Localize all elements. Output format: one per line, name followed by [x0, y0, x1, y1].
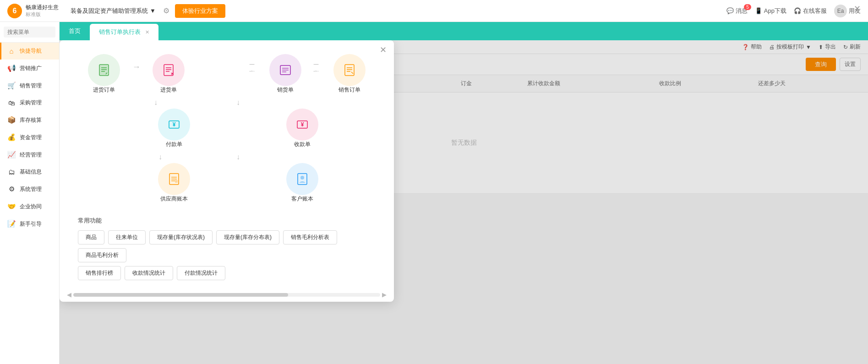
sidebar-item-finance[interactable]: 💰 资金管理 [0, 129, 59, 146]
newbie-icon: 📝 [7, 220, 16, 228]
func-btn-stock-status[interactable]: 现存量(库存状况表) [149, 230, 213, 244]
tab-sales-order-exec[interactable]: 销售订单执行表 ✕ [90, 24, 158, 40]
online-service-item[interactable]: 🎧 在线客服 [794, 7, 827, 15]
tab-close-icon[interactable]: ✕ [145, 29, 149, 35]
down-arrow-receipt: ↓ [206, 98, 270, 107]
sidebar-item-sys-mgmt[interactable]: ⚙ 系统管理 [0, 180, 59, 198]
flow-col-sales-order: 销售订单 [323, 54, 376, 94]
main-area: ⌂ 快捷导航 📢 营销推广 🛒 销售管理 🛍 采购管理 📦 库存核算 💰 [0, 22, 868, 364]
dropdown-icon: ▼ [150, 7, 156, 14]
sidebar-label-base-info: 基础信息 [20, 168, 42, 176]
tab-bar: 首页 销售订单执行表 ✕ ✕ [60, 22, 868, 40]
arrow-1: → [131, 62, 142, 72]
modal-close-button[interactable]: ✕ [380, 45, 387, 55]
payment-bill-icon: ¥ [158, 109, 190, 141]
common-functions-area: 常用功能 商品 往来单位 现存量(库存状况表) 现存量(库存分布表) 销售毛利分… [60, 217, 394, 289]
payment-bill-label: 付款单 [166, 141, 182, 148]
settings-button[interactable]: ⚙ [163, 6, 169, 15]
tab-home-label: 首页 [69, 27, 81, 35]
sidebar-label-enterprise: 企业协同 [20, 203, 42, 211]
logo-area: 6 畅康通好生意 标准版 [7, 4, 67, 18]
sidebar-label-marketing: 营销推广 [20, 65, 42, 72]
sidebar-item-marketing[interactable]: 📢 营销推广 [0, 60, 59, 77]
sidebar-item-sales[interactable]: 🛒 销售管理 [0, 77, 59, 94]
scroll-right-arrow[interactable]: ▶ [382, 291, 387, 298]
scrollbar-track[interactable] [73, 293, 380, 297]
sidebar-search-area [0, 22, 59, 43]
down-arrows-row-2: ↓ ↓ [78, 153, 376, 161]
top-right-area: 💬 消息 5 📱 App下载 🎧 在线客服 Ea 用友 [726, 5, 861, 17]
func-btn-goods[interactable]: 商品 [78, 230, 104, 244]
sidebar-item-purchase[interactable]: 🛍 采购管理 [0, 94, 59, 111]
sys-mgmt-icon: ⚙ [7, 185, 16, 193]
system-title-dropdown[interactable]: 装备及固定资产辅助管理系统 ▼ [71, 7, 156, 15]
svg-text:¥: ¥ [173, 121, 176, 128]
brand-line1: 畅康通好生意 [26, 4, 59, 11]
flow-col-purchase-bill: 进货单 [142, 54, 195, 94]
sidebar: ⌂ 快捷导航 📢 营销推广 🛒 销售管理 🛍 采购管理 📦 库存核算 💰 [0, 22, 60, 364]
purchase-icon: 🛍 [7, 99, 16, 107]
arrow-dashed-2: - - - - - -← [311, 60, 323, 74]
service-icon: 🎧 [794, 7, 801, 14]
down-arrow-payment: ↓ [142, 98, 169, 107]
func-btn-receipt-stat[interactable]: 收款情况统计 [125, 266, 173, 280]
sales-bill-icon [269, 54, 301, 86]
func-btn-sales-profit[interactable]: 销售毛利分析表 [283, 230, 337, 244]
receipt-bill-icon: ¥ [286, 109, 318, 141]
function-buttons: 商品 往来单位 现存量(库存状况表) 现存量(库存分布表) 销售毛利分析表 商品… [78, 230, 376, 262]
flow-col-purchase-order: 进货订单 [78, 54, 131, 94]
base-info-icon: 🗂 [7, 168, 16, 176]
trial-button[interactable]: 体验行业方案 [175, 4, 225, 18]
sidebar-item-quick-nav[interactable]: ⌂ 快捷导航 [0, 43, 59, 60]
online-service-label: 在线客服 [803, 7, 827, 15]
flow-col-customer-ledger: 客户账本 [270, 163, 334, 203]
modal-overlay: ✕ [60, 40, 868, 364]
sidebar-label-operations: 经营管理 [20, 151, 42, 159]
func-btn-payment-stat[interactable]: 付款情况统计 [177, 266, 225, 280]
flow-col-supplier-ledger: 供应商账本 [142, 163, 206, 203]
inventory-icon: 📦 [7, 116, 16, 124]
customer-ledger-icon [286, 163, 318, 195]
func-btn-contacts[interactable]: 往来单位 [108, 230, 146, 244]
finance-icon: 💰 [7, 133, 16, 141]
sidebar-label-finance: 资金管理 [20, 134, 42, 141]
function-buttons-row2: 销售排行榜 收款情况统计 付款情况统计 [78, 266, 376, 280]
operations-icon: 📈 [7, 151, 16, 159]
message-badge: 5 [744, 4, 751, 10]
arrow-dashed: - - - - - -← [247, 60, 259, 74]
sidebar-item-base-info[interactable]: 🗂 基础信息 [0, 163, 59, 180]
svg-rect-12 [345, 65, 354, 76]
sales-icon: 🛒 [7, 81, 16, 90]
content-area: 首页 销售订单执行表 ✕ ✕ ❓ 帮助 🖨 按 [60, 22, 868, 364]
page-content: ❓ 帮助 🖨 按模板打印 ▼ ⬆ 导出 ↻ 刷新 [60, 40, 868, 364]
sidebar-item-newbie[interactable]: 📝 新手引导 [0, 215, 59, 233]
sidebar-item-inventory[interactable]: 📦 库存核算 [0, 111, 59, 129]
marketing-icon: 📢 [7, 64, 16, 72]
scroll-left-arrow[interactable]: ◀ [67, 291, 71, 298]
flow-row-1: 进货订单 → [78, 54, 376, 94]
enterprise-icon: 🤝 [7, 202, 16, 211]
modal-scrollbar-area: ◀ ▶ [60, 289, 394, 302]
brand-line2: 标准版 [26, 11, 59, 17]
func-btn-stock-dist[interactable]: 现存量(库存分布表) [216, 230, 279, 244]
flow-col-receipt-bill: ¥ 收款单 [270, 109, 334, 148]
search-input[interactable] [4, 27, 55, 38]
func-btn-sales-rank[interactable]: 销售排行榜 [78, 266, 121, 280]
app-download-item[interactable]: 📱 App下载 [755, 7, 786, 15]
flow-row-2: ¥ 付款单 [78, 109, 376, 148]
func-btn-goods-profit[interactable]: 商品毛利分析 [78, 248, 126, 262]
supplier-ledger-icon [158, 163, 190, 195]
sidebar-label-inventory: 库存核算 [20, 116, 42, 124]
down-arrow-customer: ↓ [206, 153, 270, 161]
sidebar-item-enterprise[interactable]: 🤝 企业协同 [0, 198, 59, 215]
purchase-order-label: 进货订单 [93, 86, 115, 94]
app-container: 6 畅康通好生意 标准版 装备及固定资产辅助管理系统 ▼ ⚙ 体验行业方案 💬 … [0, 0, 868, 364]
flow-area: 进货订单 → [60, 40, 394, 217]
tab-home[interactable]: 首页 [60, 22, 90, 40]
logo-icon: 6 [7, 4, 22, 18]
purchase-bill-label: 进货单 [160, 86, 177, 94]
sales-bill-label: 销货单 [277, 86, 294, 94]
message-item[interactable]: 💬 消息 5 [726, 7, 748, 15]
sidebar-label-sales: 销售管理 [20, 82, 42, 90]
sidebar-item-operations[interactable]: 📈 经营管理 [0, 146, 59, 163]
